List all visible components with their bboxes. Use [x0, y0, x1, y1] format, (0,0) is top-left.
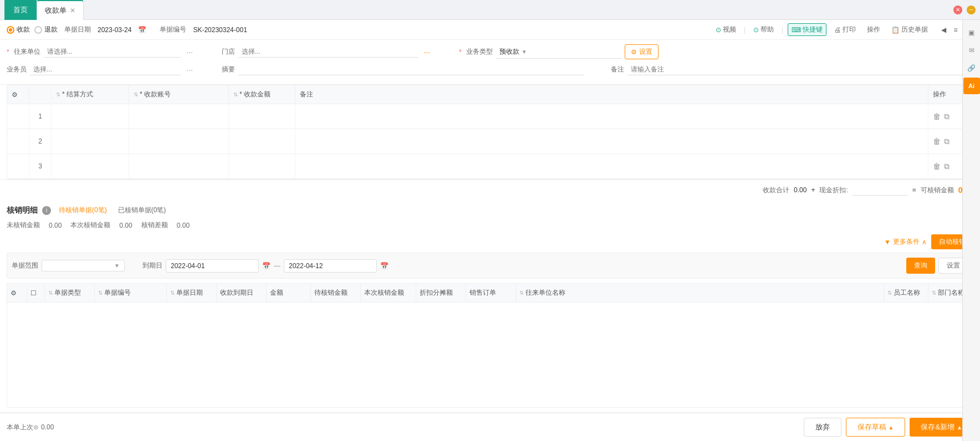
date-value: 2023-03-24 [98, 26, 131, 34]
counterpart-input[interactable] [44, 46, 181, 58]
done-tab[interactable]: 已核销单据(0笔) [115, 204, 170, 216]
shortcut-btn[interactable]: ⌨ 快捷键 [788, 23, 826, 36]
prev-icon[interactable]: ◀ [938, 24, 949, 35]
tab-home[interactable]: 首页 [4, 0, 37, 20]
save-draft-button[interactable]: 保存草稿 ▲ [846, 418, 906, 437]
sales-rep-more-btn[interactable]: ··· [184, 65, 195, 74]
remark-field: 备注 [611, 64, 973, 75]
query-button[interactable]: 查询 [906, 258, 935, 274]
more-conditions-btn[interactable]: ▼ 更多条件 ∧ [884, 237, 927, 247]
history-btn[interactable]: 📋 历史单据 [888, 24, 931, 35]
settings-button[interactable]: ⚙ 设置 [625, 44, 659, 59]
diff-value: 0.00 [177, 222, 190, 229]
total-value: 0.00 [794, 186, 807, 194]
video-label: 视频 [723, 25, 736, 34]
th-settings[interactable]: ⚙ [7, 86, 29, 103]
td-remark-3[interactable] [295, 154, 928, 178]
th-remark-label: 备注 [300, 90, 313, 99]
abandon-button[interactable]: 放弃 [804, 418, 841, 437]
td-account-3[interactable] [129, 154, 229, 178]
th-account: ⇅ * 收款账号 [129, 85, 229, 104]
range-select[interactable]: ▼ [42, 260, 125, 271]
store-field: 门店 ··· [222, 46, 432, 58]
counterpart-label: 往来单位 [14, 47, 40, 57]
copy-icon-3[interactable]: ⧉ [944, 162, 950, 171]
sales-rep-input[interactable] [30, 64, 181, 75]
calendar-icon[interactable]: 📅 [138, 26, 146, 34]
order-info: 本单上次⊙ 0.00 [7, 423, 54, 432]
sidebar-mail-icon[interactable]: ✉ [963, 42, 980, 59]
print-icon: 🖨 [834, 26, 841, 34]
bottom-table-header: ⚙ ☐ ⇅ 单据类型 ⇅ 单据编号 ⇅ 单据日期 收款到期日 金额 待核销金额 [7, 283, 973, 302]
bth-current-amount-label: 本次核销金额 [364, 288, 404, 298]
store-more-btn[interactable]: ··· [421, 48, 432, 57]
history-label: 历史单据 [901, 25, 928, 34]
due-date-field: 到期日 📅 — 📅 [142, 259, 389, 273]
radio-refund[interactable]: 退款 [34, 25, 58, 34]
radio-collect[interactable]: 收款 [7, 25, 30, 34]
radio-collect-label: 收款 [17, 25, 30, 34]
store-input[interactable] [238, 46, 418, 58]
biz-type-select[interactable]: 预收款 ▼ [496, 45, 621, 59]
summary-input[interactable] [238, 64, 584, 75]
sidebar-ai-icon[interactable]: Ai [963, 78, 980, 94]
date-start-input[interactable] [166, 259, 259, 273]
print-btn[interactable]: 🖨 打印 [831, 24, 859, 35]
operate-label: 操作 [867, 25, 880, 34]
counterpart-more-btn[interactable]: ··· [184, 48, 195, 57]
current-label: 本次核销金额 [70, 221, 110, 230]
td-settlement-3[interactable] [52, 154, 129, 178]
biz-type-chevron: ▼ [522, 49, 527, 55]
td-rownum-3: 3 [29, 154, 52, 178]
calendar-start-icon[interactable]: 📅 [262, 262, 270, 270]
td-rownum-2: 2 [29, 129, 52, 153]
td-settlement-2[interactable] [52, 129, 129, 153]
radio-refund-dot [34, 26, 42, 34]
biz-type-field: * 业务类型 预收款 ▼ ⚙ 设置 [459, 44, 659, 59]
td-remark-2[interactable] [295, 129, 928, 153]
diff-label: 核销差额 [141, 221, 168, 230]
bth-checkbox[interactable]: ☐ [27, 285, 45, 301]
td-amount-1[interactable] [229, 104, 295, 129]
unverified-label: 未核销金额 [7, 221, 40, 230]
discount-input[interactable] [853, 184, 908, 196]
bottom-table-body [7, 302, 973, 408]
td-account-1[interactable] [129, 104, 229, 129]
tab-close-icon[interactable]: ✕ [70, 7, 75, 14]
main-content: 收款 退款 单据日期 2023-03-24 📅 单据编号 SK-20230324… [0, 20, 980, 441]
info-icon[interactable]: i [42, 206, 51, 215]
sidebar-attachment-icon[interactable]: 🔗 [963, 60, 980, 76]
help-btn[interactable]: ⊙ 帮助 [750, 24, 777, 35]
td-settings-2 [7, 129, 29, 153]
td-settlement-1[interactable] [52, 104, 129, 129]
operate-btn[interactable]: 操作 [864, 24, 884, 35]
help-icon: ⊙ [753, 26, 759, 34]
bth-bill-type-label: 单据类型 [54, 288, 81, 298]
date-dash: — [274, 262, 280, 270]
bth-pending-amount-label: 待核销金额 [314, 288, 348, 298]
delete-icon-2[interactable]: 🗑 [933, 137, 941, 146]
copy-icon-2[interactable]: ⧉ [944, 137, 950, 146]
bth-bill-date: ⇅ 单据日期 [167, 284, 217, 302]
copy-icon-1[interactable]: ⧉ [944, 112, 950, 121]
tab-receipt[interactable]: 收款单 ✕ [37, 0, 84, 20]
bth-settings[interactable]: ⚙ [7, 285, 27, 301]
window-minimize-button[interactable]: ─ [967, 6, 976, 14]
video-btn[interactable]: ⊙ 视频 [712, 24, 739, 35]
delete-icon-3[interactable]: 🗑 [933, 162, 941, 171]
td-account-2[interactable] [129, 129, 229, 153]
td-remark-1[interactable] [295, 104, 928, 129]
bth-due-date-label: 收款到期日 [220, 288, 253, 298]
pending-tab[interactable]: 待核销单据(0笔) [55, 204, 110, 216]
chevron-up-icon: ∧ [922, 238, 927, 246]
sidebar-table-icon[interactable]: ▣ [963, 24, 980, 41]
list-view-icon[interactable]: ≡ [950, 24, 961, 35]
delete-icon-1[interactable]: 🗑 [933, 112, 941, 121]
bill-value: SK-20230324-001 [193, 26, 247, 34]
remark-input[interactable] [627, 64, 973, 75]
date-end-input[interactable] [284, 259, 377, 273]
calendar-end-icon[interactable]: 📅 [380, 262, 389, 270]
td-amount-2[interactable] [229, 129, 295, 153]
window-close-button[interactable]: ✕ [953, 6, 962, 14]
td-amount-3[interactable] [229, 154, 295, 178]
